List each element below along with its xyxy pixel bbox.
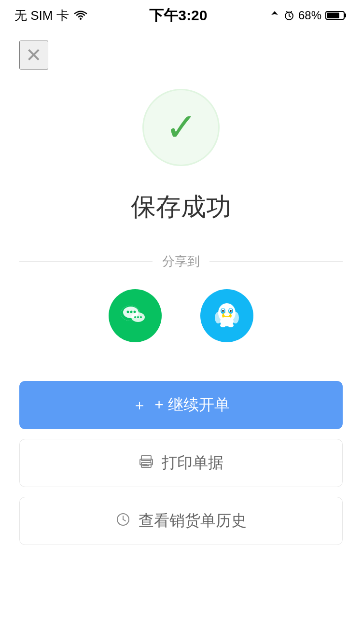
- battery-text: 68%: [298, 9, 321, 22]
- checkmark-icon: ✓: [165, 108, 197, 147]
- close-button[interactable]: ✕: [19, 41, 48, 70]
- svg-rect-33: [141, 456, 151, 461]
- alarm-icon: [284, 10, 294, 21]
- svg-point-32: [228, 323, 234, 327]
- svg-point-17: [137, 316, 139, 318]
- wechat-share-button[interactable]: [109, 289, 162, 342]
- status-right: 68%: [269, 9, 348, 22]
- svg-point-27: [224, 312, 230, 316]
- status-time: 下午3:20: [149, 6, 207, 26]
- svg-point-38: [150, 461, 152, 462]
- print-receipt-button[interactable]: 打印单据: [19, 439, 343, 487]
- svg-point-31: [220, 323, 226, 327]
- svg-point-13: [130, 310, 132, 313]
- svg-point-12: [126, 310, 129, 313]
- svg-rect-8: [327, 13, 339, 18]
- svg-rect-7: [344, 14, 346, 17]
- svg-rect-37: [142, 465, 149, 466]
- svg-point-18: [140, 316, 142, 318]
- history-icon: [115, 512, 131, 531]
- continue-order-label: + 继续开单: [154, 394, 230, 416]
- divider-line-left: [19, 261, 153, 262]
- svg-point-24: [222, 310, 224, 312]
- wechat-icon: [120, 303, 151, 329]
- status-bar: 无 SIM 卡 下午3:20 68%: [0, 0, 362, 31]
- svg-point-16: [134, 316, 136, 318]
- status-left: 无 SIM 卡: [14, 7, 87, 24]
- plus-icon: ＋: [132, 395, 147, 415]
- success-circle: ✓: [142, 89, 220, 166]
- share-label: 分享到: [162, 253, 200, 270]
- svg-line-41: [123, 519, 125, 521]
- view-history-button[interactable]: 查看销货单历史: [19, 497, 343, 545]
- divider-line-right: [209, 261, 343, 262]
- location-icon: [269, 10, 280, 21]
- buttons-section: ＋ + 继续开单 打印单据: [19, 381, 343, 545]
- main-content: ✕ ✓ 保存成功 分享到: [0, 31, 362, 644]
- view-history-label: 查看销货单历史: [139, 510, 247, 532]
- wifi-icon: [74, 11, 87, 20]
- print-receipt-label: 打印单据: [162, 452, 223, 474]
- continue-order-button[interactable]: ＋ + 继续开单: [19, 381, 343, 429]
- qq-share-button[interactable]: [200, 289, 253, 342]
- qq-icon: [212, 300, 241, 332]
- svg-point-25: [230, 310, 232, 312]
- svg-rect-36: [142, 464, 147, 465]
- battery-icon: [325, 10, 348, 21]
- svg-point-0: [80, 18, 82, 20]
- success-title: 保存成功: [131, 190, 231, 224]
- svg-line-3: [289, 16, 291, 17]
- share-divider-row: 分享到: [19, 253, 343, 270]
- printer-icon: [139, 454, 154, 473]
- close-icon: ✕: [26, 45, 42, 65]
- carrier-text: 无 SIM 卡: [14, 7, 69, 24]
- share-row: [109, 289, 253, 342]
